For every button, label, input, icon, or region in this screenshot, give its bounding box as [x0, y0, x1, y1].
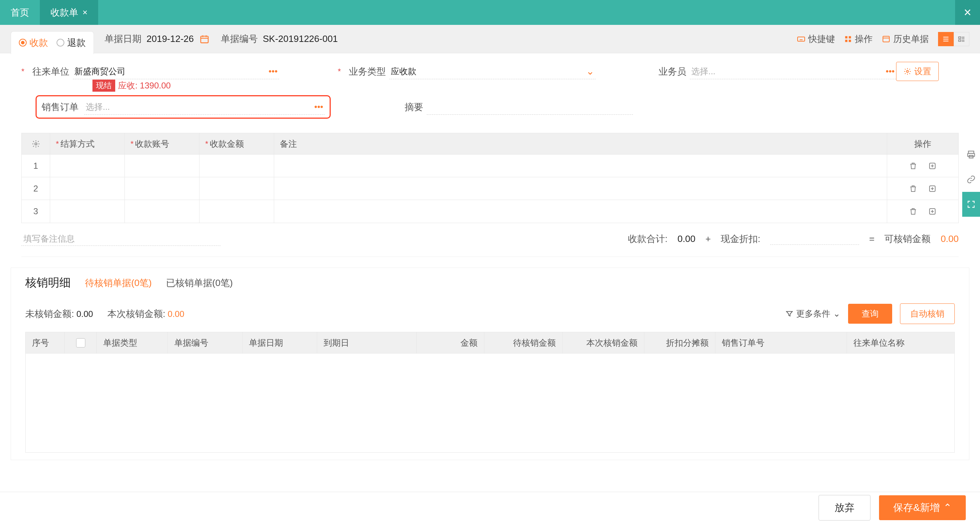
radio-refund[interactable]: 退款 — [57, 36, 86, 49]
sales-order-highlight: 销售订单 选择... ••• — [35, 95, 331, 119]
link-icon[interactable] — [962, 167, 980, 192]
svg-rect-0 — [201, 36, 208, 43]
shortcut-label: 快捷键 — [808, 33, 835, 45]
radio-receive[interactable]: 收款 — [19, 36, 48, 49]
cell-remark[interactable] — [274, 155, 887, 177]
recv-total-label: 收款合计: — [628, 233, 667, 245]
cell-account[interactable] — [125, 177, 199, 200]
doc-date-value[interactable]: 2019-12-26 — [146, 33, 194, 44]
doc-date-label: 单据日期 — [105, 33, 142, 45]
add-row-icon[interactable] — [927, 161, 938, 171]
cell-remark[interactable] — [274, 200, 887, 223]
chevron-down-icon: ⌄ — [833, 309, 840, 319]
table-row[interactable]: 1 — [22, 155, 958, 177]
col-docdate: 单据日期 — [242, 332, 317, 353]
save-and-new-button[interactable]: 保存&新增 ⌃ — [879, 495, 966, 520]
tab-receipt-label: 收款单 — [51, 6, 78, 19]
keyboard-icon — [797, 35, 805, 43]
row-ops — [887, 155, 958, 177]
col-doctype: 单据类型 — [97, 332, 168, 353]
history-label: 历史单据 — [893, 33, 929, 45]
detail-actions: 更多条件 ⌄ 查询 自动核销 — [786, 303, 955, 324]
cell-amount[interactable] — [199, 155, 274, 177]
svg-rect-15 — [967, 154, 975, 157]
salesman-label: 业务员 — [654, 65, 686, 78]
checkbox-icon[interactable] — [76, 338, 85, 347]
more-icon[interactable]: ••• — [886, 67, 895, 76]
biztype-select[interactable]: 应收款 ⌄ — [389, 63, 596, 79]
doc-type-toggle: 收款 退款 — [11, 31, 94, 54]
writable-value: 0.00 — [940, 233, 959, 244]
cell-method[interactable] — [50, 200, 125, 223]
form-area-2: 销售订单 选择... ••• 摘要 — [0, 92, 980, 126]
radio-icon — [57, 39, 64, 46]
history-link[interactable]: 历史单据 — [882, 33, 929, 45]
svg-rect-2 — [845, 36, 847, 38]
row-index: 3 — [22, 200, 50, 223]
view-toggle — [938, 32, 969, 46]
cell-amount[interactable] — [199, 200, 274, 223]
cell-amount[interactable] — [199, 177, 274, 200]
svg-rect-6 — [883, 36, 889, 42]
more-icon[interactable]: ••• — [269, 67, 277, 76]
cell-method[interactable] — [50, 177, 125, 200]
settings-button[interactable]: 设置 — [896, 62, 939, 81]
chevron-down-icon: ⌄ — [586, 65, 594, 77]
table-row[interactable]: 2 — [22, 177, 958, 200]
delete-row-icon[interactable] — [908, 183, 918, 194]
add-row-icon[interactable] — [927, 183, 938, 194]
tab-done[interactable]: 已核销单据(0笔) — [166, 277, 233, 289]
settings-label: 设置 — [914, 66, 931, 77]
salesman-select[interactable]: 选择... ••• — [690, 63, 896, 79]
detail-title: 核销明细 — [25, 275, 71, 291]
summary-totals: 收款合计: 0.00 + 现金折扣: = 可核销金额 0.00 — [628, 233, 959, 245]
cell-remark[interactable] — [274, 177, 887, 200]
tab-home-label: 首页 — [11, 6, 29, 19]
detail-header: 核销明细 待核销单据(0笔) 已核销单据(0笔) — [25, 275, 955, 291]
tab-receipt[interactable]: 收款单 × — [40, 0, 98, 25]
query-button[interactable]: 查询 — [848, 304, 892, 324]
cell-account[interactable] — [125, 200, 199, 223]
header-method: *结算方式 — [50, 133, 125, 154]
window-close-button[interactable]: × — [955, 0, 980, 25]
table-row[interactable]: 3 — [22, 200, 958, 223]
col-partner-name: 往来单位名称 — [847, 332, 955, 353]
col-sales-order: 销售订单号 — [716, 332, 847, 353]
more-icon[interactable]: ••• — [314, 102, 323, 112]
partner-select[interactable]: 新盛商贸公司 ••• — [73, 63, 279, 79]
salesman-placeholder: 选择... — [691, 66, 716, 77]
note-input[interactable]: 填写备注信息 — [21, 231, 221, 246]
tab-pending[interactable]: 待核销单据(0笔) — [85, 277, 152, 289]
shortcut-link[interactable]: 快捷键 — [797, 33, 835, 45]
cell-account[interactable] — [125, 155, 199, 177]
add-row-icon[interactable] — [927, 206, 938, 217]
more-conditions[interactable]: 更多条件 ⌄ — [786, 308, 840, 319]
plus-sign: + — [705, 233, 711, 244]
cash-disc-input[interactable] — [770, 233, 859, 245]
delete-row-icon[interactable] — [908, 161, 918, 171]
auto-writeoff-button[interactable]: 自动核销 — [900, 303, 955, 324]
calendar-icon[interactable] — [199, 33, 210, 45]
sales-order-select[interactable]: 选择... ••• — [84, 99, 325, 115]
view-detail-button[interactable] — [954, 32, 969, 46]
operate-link[interactable]: 操作 — [844, 33, 873, 45]
summary-input[interactable] — [427, 99, 633, 115]
discard-button[interactable]: 放弃 — [819, 495, 870, 520]
col-checkbox[interactable] — [65, 332, 97, 353]
partner-value: 新盛商贸公司 — [74, 66, 126, 77]
salesman-row: 业务员 选择... ••• 设置 — [654, 62, 939, 81]
expand-icon[interactable] — [962, 192, 980, 217]
view-list-button[interactable] — [938, 32, 954, 46]
header-gear[interactable] — [22, 133, 50, 154]
save-new-label: 保存&新增 — [893, 501, 940, 515]
delete-row-icon[interactable] — [908, 206, 918, 217]
tab-close-icon[interactable]: × — [83, 8, 88, 17]
payment-table: *结算方式 *收款账号 *收款金额 备注 操作 1 2 3 — [21, 133, 959, 223]
writeoff-table: 序号 单据类型 单据编号 单据日期 到期日 金额 待核销金额 本次核销金额 折扣… — [25, 332, 955, 453]
cell-method[interactable] — [50, 155, 125, 177]
radio-receive-label: 收款 — [30, 36, 48, 49]
tab-home[interactable]: 首页 — [0, 0, 40, 25]
recv-total-value: 0.00 — [678, 233, 695, 244]
print-icon[interactable] — [962, 142, 980, 167]
radio-icon — [19, 39, 27, 46]
